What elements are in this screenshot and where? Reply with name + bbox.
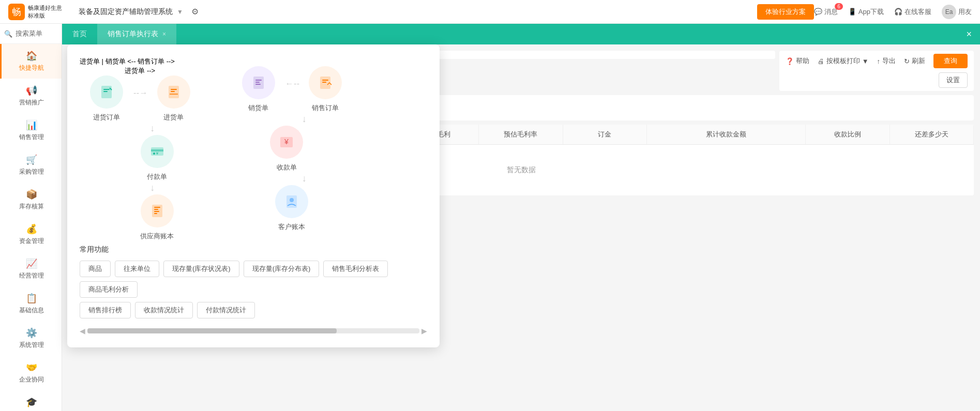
sales-icon: 📊 — [26, 119, 37, 131]
func-btn-product[interactable]: 商品 — [80, 261, 111, 277]
system-icon: ⚙️ — [26, 327, 37, 339]
purchase-order-label: 进货订单 — [93, 113, 120, 122]
help-btn[interactable]: ❓ 帮助 — [786, 56, 809, 66]
sidebar-item-marketing[interactable]: 📢 营销推广 — [0, 79, 62, 113]
purchase-bill-icon — [157, 75, 190, 109]
func-btn-product-gross[interactable]: 商品毛利分析 — [80, 281, 138, 298]
func-buttons-row1: 商品 往来单位 现存量(库存状况表) 现存量(库存分布表) 销售毛利分析表 商品… — [80, 261, 427, 298]
sales-order-icon — [309, 66, 342, 99]
tab-home[interactable]: 首页 — [62, 24, 97, 44]
message-icon-item[interactable]: 💬 消息 6 — [814, 7, 838, 17]
logo-icon: 畅 — [8, 4, 25, 20]
sidebar-item-purchase[interactable]: 🛒 采购管理 — [0, 148, 62, 182]
svg-rect-20 — [322, 80, 328, 81]
tab-bar-close-btn[interactable]: × — [958, 29, 980, 40]
func-btn-payment-stats[interactable]: 付款情况统计 — [197, 302, 255, 318]
scrollbar-track[interactable] — [87, 328, 419, 333]
refresh-icon: ↻ — [904, 57, 910, 65]
online-service-item[interactable]: 🎧 在线客服 — [894, 7, 931, 17]
flow-dialog: 进货单 | 销货单 <-- 销售订单 --> 进货单 --> — [67, 44, 440, 347]
scroll-left-icon[interactable]: ◀ — [80, 327, 85, 335]
svg-rect-12 — [154, 209, 158, 210]
svg-text:¥: ¥ — [156, 151, 159, 156]
refresh-btn[interactable]: ↻ 刷新 — [904, 56, 925, 66]
func-btn-counterpart[interactable]: 往来单位 — [115, 261, 159, 277]
func-btn-sales-rank[interactable]: 销售排行榜 — [80, 302, 131, 318]
headset-icon: 🎧 — [894, 8, 902, 16]
svg-rect-16 — [255, 80, 262, 81]
flow-node-receipt[interactable]: ¥ 收款单 — [270, 126, 303, 172]
svg-rect-14 — [154, 213, 157, 214]
func-btn-stock-dist[interactable]: 现存量(库存分布表) — [244, 261, 320, 277]
payment-label: 付款单 — [147, 172, 167, 181]
dropdown-arrow-icon[interactable]: ▼ — [177, 8, 183, 16]
scroll-right-icon[interactable]: ▶ — [421, 327, 427, 335]
flow-node-purchase-bill[interactable]: 进货单 — [157, 75, 190, 122]
tab-close-icon[interactable]: × — [162, 31, 166, 38]
sidebar-item-quick-nav[interactable]: 🏠 快捷导航 — [0, 44, 62, 79]
func-btn-receipt-stats[interactable]: 收款情况统计 — [135, 302, 193, 318]
message-icon: 💬 — [814, 8, 822, 16]
func-btn-sales-gross[interactable]: 销售毛利分析表 — [323, 261, 388, 277]
sidebar-item-enterprise[interactable]: 🤝 企业协同 — [0, 356, 62, 390]
sales-bill-label: 销货单 — [248, 103, 268, 113]
sidebar-item-sales[interactable]: 📊 销售管理 — [0, 113, 62, 148]
system-title: 装备及固定资产辅助管理系统 ▼ ⚙ — [70, 7, 757, 17]
sidebar-item-label: 经营管理 — [19, 271, 44, 280]
print-icon: 🖨 — [818, 57, 824, 65]
flow-node-sales-order[interactable]: 销售订单 — [309, 66, 342, 113]
sidebar-item-basic-info[interactable]: 📋 基础信息 — [0, 286, 62, 321]
export-btn[interactable]: ↑ 导出 — [877, 56, 896, 66]
svg-point-25 — [290, 198, 294, 202]
arrow-purchase-bill-down: ↓ — [125, 123, 155, 134]
flow-node-supplier-ledger[interactable]: 供应商账本 — [140, 194, 174, 241]
arrow-sales-order-to-bill: ← - - — [285, 79, 299, 100]
sales-bill-icon — [242, 66, 275, 99]
help-icon: ❓ — [786, 57, 794, 65]
tab-bar: 首页 销售订单执行表 × × — [62, 24, 980, 44]
col-days-diff: 还差多少天 — [890, 125, 974, 144]
purchase-bill-label: 进货单 — [163, 113, 184, 122]
flow-node-payment[interactable]: ¥ 付款单 — [141, 135, 174, 181]
common-functions-title: 常用功能 — [80, 245, 427, 254]
sidebar-item-label: 资金管理 — [19, 237, 44, 246]
svg-rect-11 — [154, 207, 160, 208]
sidebar-item-finance[interactable]: 💰 资金管理 — [0, 217, 62, 252]
sidebar-search[interactable]: 🔍 搜索菜单 — [0, 24, 62, 44]
experience-btn[interactable]: 体验行业方案 — [757, 4, 814, 20]
flow-node-sales-bill[interactable]: 销货单 — [242, 66, 275, 113]
sidebar-item-system[interactable]: ⚙️ 系统管理 — [0, 321, 62, 356]
flow-node-customer-ledger[interactable]: 客户账本 — [275, 185, 308, 232]
svg-rect-18 — [255, 84, 261, 85]
sidebar-item-label: 营销推广 — [19, 98, 44, 107]
sidebar-item-label: 基础信息 — [19, 306, 44, 315]
svg-rect-5 — [171, 91, 175, 92]
home-icon: 🏠 — [26, 50, 37, 62]
sidebar-item-inventory[interactable]: 📦 库存核算 — [0, 182, 62, 217]
func-btn-stock-status[interactable]: 现存量(库存状况表) — [163, 261, 239, 277]
svg-text:¥: ¥ — [284, 138, 289, 146]
export-icon: ↑ — [877, 57, 881, 65]
customer-ledger-label: 客户账本 — [278, 222, 305, 232]
app-download-item[interactable]: 📱 App下载 — [848, 7, 884, 17]
header-icons: 💬 消息 6 📱 App下载 🎧 在线客服 Ea 用友 — [814, 5, 972, 19]
svg-rect-2 — [103, 91, 108, 92]
search-icon: 🔍 — [4, 30, 12, 38]
settings-icon[interactable]: ⚙ — [191, 7, 199, 17]
guide-icon: 🎓 — [26, 397, 37, 408]
flow-node-purchase-order[interactable]: 进货订单 — [90, 75, 123, 122]
receipt-label: 收款单 — [277, 163, 297, 172]
supplier-ledger-icon — [141, 194, 174, 227]
arrow-receipt-down: ↓ — [277, 173, 307, 184]
user-avatar-item[interactable]: Ea 用友 — [942, 5, 972, 19]
col-receipt-ratio: 收款比例 — [806, 125, 889, 144]
tab-sales-order-exec[interactable]: 销售订单执行表 × — [97, 24, 176, 44]
set-btn[interactable]: 设置 — [939, 72, 968, 88]
sidebar-item-guide[interactable]: 🎓 新手引导 — [0, 390, 62, 411]
query-btn[interactable]: 查询 — [933, 54, 968, 68]
svg-rect-1 — [103, 89, 110, 90]
print-btn[interactable]: 🖨 按模板打印 ▼ — [818, 56, 869, 66]
sidebar-item-label: 系统管理 — [19, 341, 44, 349]
sidebar-item-operations[interactable]: 📈 经营管理 — [0, 252, 62, 286]
arrow-payment-down: ↓ — [125, 182, 155, 193]
